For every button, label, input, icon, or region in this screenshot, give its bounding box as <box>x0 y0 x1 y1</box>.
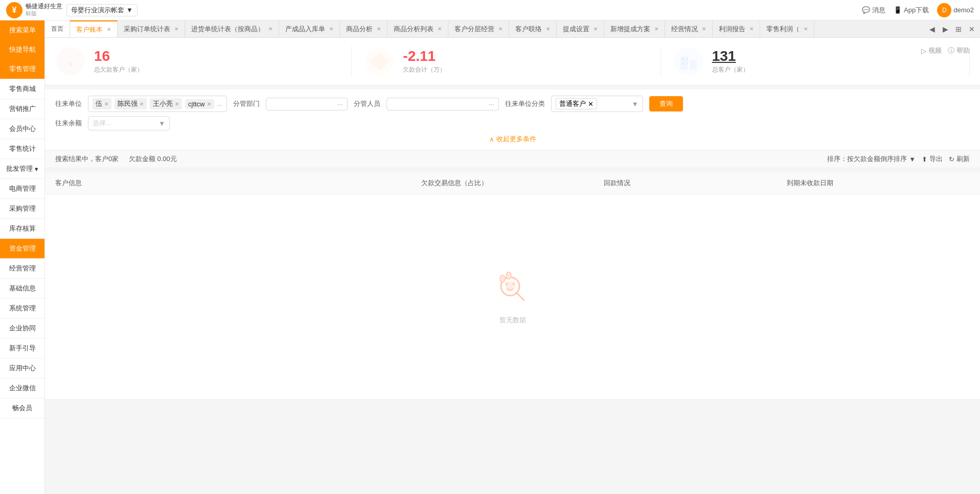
tag-close-3[interactable]: ✕ <box>175 101 179 107</box>
sidebar-item-system[interactable]: 系统管理 <box>0 299 44 319</box>
sidebar-quick-nav[interactable]: 快捷导航 <box>0 40 44 59</box>
export-button[interactable]: ⬆ 导出 <box>922 154 943 164</box>
filter-tag-4[interactable]: cjttcw ✕ <box>185 99 214 109</box>
tab-close-all-button[interactable]: ✕ <box>966 23 978 35</box>
tab-expand-button[interactable]: ⊞ <box>952 23 965 35</box>
tab-customer-contact[interactable]: 客户联络 ✕ <box>509 20 557 38</box>
tab-close-customer-tier[interactable]: ✕ <box>498 26 503 32</box>
filter-tag-3[interactable]: 王小亮 ✕ <box>150 98 182 109</box>
stat-info-debt-amount: -2.11 欠款合计（万） <box>403 49 446 74</box>
sidebar-item-enterprise-wechat[interactable]: 企业微信 <box>0 378 44 398</box>
tab-close-customer-account[interactable]: ✕ <box>107 27 111 32</box>
tab-home[interactable]: 首页 <box>45 20 70 38</box>
content-area: 首页 客户账本 ✕ 采购订单统计表 ✕ 进货单统计表（按商品） ✕ 产成品入库单… <box>45 20 980 494</box>
tab-business-situation[interactable]: 经营情况 ✕ <box>665 20 713 38</box>
tab-retail-profit[interactable]: 零售利润（ ✕ <box>760 20 814 38</box>
message-icon: 💬 <box>862 6 870 14</box>
app-download-button[interactable]: 📱 App下载 <box>894 6 929 15</box>
account-dropdown[interactable]: 母婴行业演示帐套 ▼ <box>66 4 138 16</box>
tab-profit-report[interactable]: 利润报告 ✕ <box>713 20 760 38</box>
tag-close-2[interactable]: ✕ <box>140 101 144 107</box>
sidebar-search[interactable]: 搜索菜单 <box>0 20 44 40</box>
tab-label-product-analysis-list: 商品分析列表 <box>394 25 434 34</box>
tab-prev-button[interactable]: ◀ <box>926 23 938 35</box>
sidebar-item-new-guide[interactable]: 新手引导 <box>0 339 44 358</box>
tab-product-analysis[interactable]: 商品分析 ✕ <box>340 20 388 38</box>
stats-row: ¥ 16 总欠款客户（家） <box>45 38 980 85</box>
category-filter[interactable]: 普通客户 ✕ ▼ <box>551 96 643 112</box>
tab-close-retail-profit[interactable]: ✕ <box>804 26 808 32</box>
collapse-more-button[interactable]: ∧ 收起更多条件 <box>55 134 970 144</box>
tab-close-purchase-stat[interactable]: ✕ <box>268 26 272 32</box>
tab-close-product-analysis[interactable]: ✕ <box>377 26 381 32</box>
message-button[interactable]: 💬 消息 <box>862 6 885 15</box>
sidebar-label-retail-mgmt: 零售管理 <box>9 65 36 73</box>
sidebar-item-retail-mall[interactable]: 零售商城 <box>0 79 44 99</box>
tab-close-purchase-order[interactable]: ✕ <box>174 26 178 32</box>
tab-add-mention[interactable]: 新增提成方案 ✕ <box>604 20 665 38</box>
tab-product-analysis-list[interactable]: 商品分析列表 ✕ <box>388 20 448 38</box>
tab-customer-account[interactable]: 客户账本 ✕ <box>70 20 118 38</box>
tag-close-1[interactable]: ✕ <box>104 101 108 107</box>
svg-rect-7 <box>682 58 684 60</box>
tab-customer-tier[interactable]: 客户分层经营 ✕ <box>448 20 509 38</box>
tag-close-4[interactable]: ✕ <box>207 101 211 107</box>
filter-tag-2[interactable]: 陈民强 ✕ <box>115 98 147 109</box>
query-button[interactable]: 查询 <box>649 96 683 111</box>
tab-close-cost-in[interactable]: ✕ <box>329 26 333 32</box>
stat-icon-yuan: ¥ <box>55 46 86 77</box>
stat-value-debt-amount: -2.11 <box>403 49 446 63</box>
tab-purchase-order[interactable]: 采购订单统计表 ✕ <box>118 20 185 38</box>
top-bar-left: ¥ 畅捷通好生意 标版 母婴行业演示帐套 ▼ <box>6 2 138 18</box>
batch-mgmt-label: 批发管理 <box>6 164 33 173</box>
tab-label-business-situation: 经营情况 <box>671 25 698 34</box>
sidebar-item-capital[interactable]: 资金管理 <box>0 239 44 259</box>
sidebar-item-marketing[interactable]: 营销推广 <box>0 99 44 119</box>
user-info[interactable]: D demo2 <box>937 3 974 17</box>
remaining-filter-select[interactable]: 选择... ▼ <box>88 116 170 130</box>
sidebar-item-inventory[interactable]: 库存核算 <box>0 219 44 239</box>
sidebar-item-enterprise-collab[interactable]: 企业协同 <box>0 319 44 339</box>
sidebar-item-retail-stats[interactable]: 零售统计 <box>0 139 44 159</box>
unit-filter-label: 往来单位 <box>55 99 82 108</box>
result-actions: 排序：按欠款金额倒序排序 ▼ ⬆ 导出 ↻ 刷新 <box>827 154 970 164</box>
sidebar-item-member-center[interactable]: 会员中心 <box>0 119 44 139</box>
sidebar-item-operations[interactable]: 经营管理 <box>0 259 44 279</box>
filter-tag-1[interactable]: 伍 ✕ <box>93 98 111 109</box>
page-content: ¥ 16 总欠款客户（家） <box>45 38 980 494</box>
export-label: 导出 <box>929 154 943 164</box>
sidebar-item-batch-mgmt[interactable]: 批发管理 ▾ <box>0 159 44 179</box>
tab-close-product-analysis-list[interactable]: ✕ <box>438 26 442 32</box>
tab-close-profit-report[interactable]: ✕ <box>749 26 754 32</box>
video-help-button[interactable]: ▷ 视频 <box>921 46 942 55</box>
refresh-button[interactable]: ↻ 刷新 <box>949 154 970 164</box>
tab-close-mention-settings[interactable]: ✕ <box>594 26 598 32</box>
sidebar-item-ecommerce[interactable]: 电商管理 <box>0 179 44 199</box>
stat-value-total-customers: 131 <box>712 49 749 63</box>
tab-mention-settings[interactable]: 提成设置 ✕ <box>557 20 604 38</box>
collapse-label: 收起更多条件 <box>496 134 536 144</box>
dept-filter-select[interactable]: ··· <box>266 98 348 110</box>
tab-cost-in[interactable]: 产成品入库单 ✕ <box>279 20 340 38</box>
tab-close-add-mention[interactable]: ✕ <box>654 26 658 32</box>
unit-filter-tags[interactable]: 伍 ✕ 陈民强 ✕ 王小亮 ✕ cjttcw ✕ <box>88 96 227 112</box>
sidebar-item-member[interactable]: 畅会员 <box>0 398 44 418</box>
tab-next-button[interactable]: ▶ <box>939 23 951 35</box>
top-bar-right: 💬 消息 📱 App下载 D demo2 <box>862 3 974 17</box>
table-col-customer-info: 客户信息 <box>55 178 421 188</box>
tab-close-customer-contact[interactable]: ✕ <box>546 26 550 32</box>
tab-purchase-stat[interactable]: 进货单统计表（按商品） ✕ <box>185 20 279 38</box>
sidebar-item-basic-info[interactable]: 基础信息 <box>0 279 44 299</box>
doc-help-button[interactable]: ⓘ 帮助 <box>948 46 970 55</box>
sort-select[interactable]: 排序：按欠款金额倒序排序 ▼ <box>827 154 916 164</box>
sidebar-item-purchase[interactable]: 采购管理 <box>0 199 44 219</box>
sidebar-item-retail-mgmt[interactable]: 零售管理 <box>0 59 44 79</box>
tab-close-business-situation[interactable]: ✕ <box>702 26 706 32</box>
category-tag-1[interactable]: 普通客户 ✕ <box>556 98 597 109</box>
category-tag-close[interactable]: ✕ <box>588 100 594 108</box>
stat-label-total-customers: 总客户（家） <box>712 65 749 74</box>
person-filter-select[interactable]: ··· <box>386 98 499 110</box>
sidebar-item-app-center[interactable]: 应用中心 <box>0 358 44 378</box>
stat-label-debt-customers: 总欠款客户（家） <box>94 65 143 74</box>
filter-more-button[interactable]: ... <box>217 100 222 107</box>
